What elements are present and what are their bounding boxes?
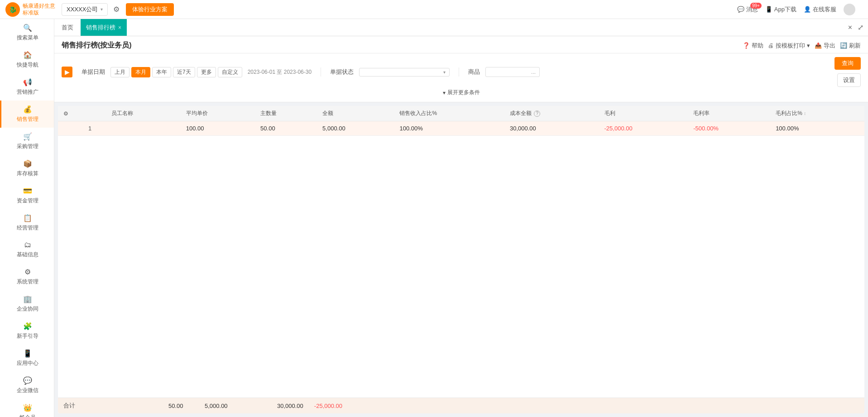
th-main-qty: 主数量 xyxy=(255,106,317,121)
sidebar-item-label: 资金管理 xyxy=(17,197,38,205)
refresh-label: 刷新 xyxy=(849,42,861,50)
th-gross: 毛利 xyxy=(599,106,688,121)
sidebar-item-label: 基础信息 xyxy=(17,251,38,259)
help-label: 帮助 xyxy=(752,42,763,50)
filter-bar: ▶ 单据日期 上月 本月 本年 近7天 更多 自定义 2023-06-01 至 … xyxy=(54,53,868,102)
query-button[interactable]: 查询 xyxy=(834,57,861,70)
company-selector[interactable]: XXXXX公司 ▾ xyxy=(62,3,108,16)
sidebar-item-inventory[interactable]: 📦 库存核算 xyxy=(0,155,54,182)
sidebar-item-enterprise[interactable]: 🏢 企业协同 xyxy=(0,290,54,317)
goods-select[interactable]: ... xyxy=(485,67,540,77)
app-download-button[interactable]: 📱 App下载 xyxy=(765,5,796,14)
sidebar-item-label: 搜索菜单 xyxy=(17,34,38,42)
th-cost: 成本全额 ? xyxy=(504,106,599,121)
app-download-icon: 📱 xyxy=(765,6,772,13)
date-btn-7days[interactable]: 近7天 xyxy=(173,67,195,77)
sidebar-item-member[interactable]: 👑 畅会员 xyxy=(0,399,54,417)
logo-icon: 🐉 xyxy=(5,2,20,17)
active-tab-label: 销售排行榜 xyxy=(86,24,115,32)
refresh-button[interactable]: 🔄 刷新 xyxy=(840,42,861,50)
td-rank: 1 xyxy=(74,121,106,136)
sidebar-item-marketing[interactable]: 📢 营销推广 xyxy=(0,73,54,101)
tab-sales-ranking[interactable]: 销售排行榜 × xyxy=(81,19,127,36)
tab-close-button[interactable]: × xyxy=(846,22,854,34)
th-name: 员工名称 xyxy=(106,106,180,121)
notification-icon: 💬 xyxy=(737,6,744,13)
content-area: 首页 销售排行榜 × × ⤢ 销售排行榜(按业务员) ❓ 帮助 xyxy=(54,19,868,417)
purchase-icon: 🛒 xyxy=(23,132,32,141)
company-dropdown-arrow: ▾ xyxy=(101,7,103,12)
date-btn-last-month[interactable]: 上月 xyxy=(110,67,129,77)
sidebar-item-guide[interactable]: 🧩 新手引导 xyxy=(0,317,54,345)
tab-maximize-button[interactable]: ⤢ xyxy=(856,21,865,34)
avatar[interactable] xyxy=(844,4,855,15)
sidebar-item-finance[interactable]: 💳 资金管理 xyxy=(0,182,54,209)
status-select[interactable]: ▾ xyxy=(359,68,450,77)
help-button[interactable]: ❓ 帮助 xyxy=(743,42,763,50)
sidebar-item-system[interactable]: ⚙ 系统管理 xyxy=(0,263,54,290)
top-bar: 🐉 畅康通好生意 标准版 XXXXX公司 ▾ ⚙ 体验行业方案 💬 消息 99+… xyxy=(0,0,868,19)
sidebar-item-label: 库存核算 xyxy=(17,170,38,177)
sidebar-item-search[interactable]: 🔍 搜索菜单 xyxy=(0,19,54,46)
footer-cells: 50.00 5,000.00 30,000.00 -25,000.00 xyxy=(91,403,859,409)
footer-total: 5,000.00 xyxy=(199,403,235,409)
sidebar-item-operations[interactable]: 📋 经营管理 xyxy=(0,209,54,236)
footer-gross: -25,000.00 xyxy=(309,403,348,409)
footer-cell-empty1 xyxy=(91,403,127,409)
sidebar-item-label: 经营管理 xyxy=(17,224,38,232)
sidebar-item-label: 采购管理 xyxy=(17,143,38,150)
search-icon: 🔍 xyxy=(23,24,32,32)
company-settings-icon[interactable]: ⚙ xyxy=(111,3,121,15)
page-content: 销售排行榜(按业务员) ❓ 帮助 🖨 按模板打印 ▾ 📤 导出 xyxy=(54,36,868,417)
filter-divider-1 xyxy=(321,67,321,77)
app-download-label: App下载 xyxy=(774,5,796,14)
company-name: XXXXX公司 xyxy=(67,5,98,14)
finance-icon: 💳 xyxy=(23,187,32,195)
page-header: 销售排行榜(按业务员) ❓ 帮助 🖨 按模板打印 ▾ 📤 导出 xyxy=(54,36,868,53)
cost-info-icon[interactable]: ? xyxy=(534,110,540,117)
sidebar-item-label: 应用中心 xyxy=(17,359,38,367)
date-btn-more[interactable]: 更多 xyxy=(197,67,216,77)
trial-button[interactable]: 体验行业方案 xyxy=(126,3,174,16)
member-icon: 👑 xyxy=(23,403,32,412)
goods-more-icon[interactable]: ... xyxy=(531,69,536,75)
table-footer: 合计 50.00 5,000.00 30,000.00 -25,000.00 xyxy=(58,398,864,413)
notification-badge: 99+ xyxy=(750,3,762,9)
date-range-display: 2023-06-01 至 2023-06-30 xyxy=(248,68,312,76)
print-dropdown-arrow[interactable]: ▾ xyxy=(807,42,810,49)
online-service-icon: 👤 xyxy=(804,6,811,13)
tab-close-icon[interactable]: × xyxy=(118,24,121,31)
export-button[interactable]: 📤 导出 xyxy=(815,42,835,50)
sidebar-item-sales[interactable]: 💰 销售管理 xyxy=(0,101,54,128)
system-icon: ⚙ xyxy=(24,268,31,276)
sidebar-item-nav[interactable]: 🏠 快捷导航 xyxy=(0,46,54,73)
th-settings[interactable]: ⚙ xyxy=(58,106,74,121)
gross-pct-sort-icon[interactable]: ↕ xyxy=(804,111,806,116)
home-icon: 🏠 xyxy=(23,51,32,59)
sidebar-item-basics[interactable]: 🗂 基础信息 xyxy=(0,236,54,263)
th-total: 全额 xyxy=(317,106,394,121)
online-service-button[interactable]: 👤 在线客服 xyxy=(804,5,836,14)
date-btn-this-month[interactable]: 本月 xyxy=(131,67,150,77)
sidebar-item-wechat[interactable]: 💬 企业微信 xyxy=(0,372,54,399)
date-btn-this-year[interactable]: 本年 xyxy=(152,67,171,77)
sidebar-item-label: 销售管理 xyxy=(17,115,38,123)
date-btn-custom[interactable]: 自定义 xyxy=(218,67,242,77)
sidebar-item-purchase[interactable]: 🛒 采购管理 xyxy=(0,128,54,155)
table-wrapper: ⚙ 员工名称 平均单价 主数量 全额 销售收入占比% 成本全额 ? xyxy=(58,106,864,398)
settings-button[interactable]: 设置 xyxy=(837,73,861,87)
table-header: ⚙ 员工名称 平均单价 主数量 全额 销售收入占比% 成本全额 ? xyxy=(58,106,864,121)
td-total: 5,000.00 xyxy=(317,121,394,136)
print-button[interactable]: 🖨 按模板打印 ▾ xyxy=(768,42,810,50)
expand-conditions-button[interactable]: ▾ 展开更多条件 xyxy=(443,89,480,96)
filter-collapse-arrow[interactable]: ▶ xyxy=(62,67,72,77)
apps-icon: 📱 xyxy=(23,349,32,358)
sidebar-item-apps[interactable]: 📱 应用中心 xyxy=(0,345,54,372)
tab-home[interactable]: 首页 xyxy=(54,19,81,36)
notification-button[interactable]: 💬 消息 99+ xyxy=(737,5,758,14)
page-header-actions: ❓ 帮助 🖨 按模板打印 ▾ 📤 导出 🔄 刷新 xyxy=(743,42,861,50)
td-avg-price: 100.00 xyxy=(181,121,255,136)
data-table: ⚙ 员工名称 平均单价 主数量 全额 销售收入占比% 成本全额 ? xyxy=(58,106,864,136)
table-row: 1 100.00 50.00 5,000.00 100.00% 30,000.0… xyxy=(58,121,864,136)
footer-main-qty: 50.00 xyxy=(163,403,199,409)
